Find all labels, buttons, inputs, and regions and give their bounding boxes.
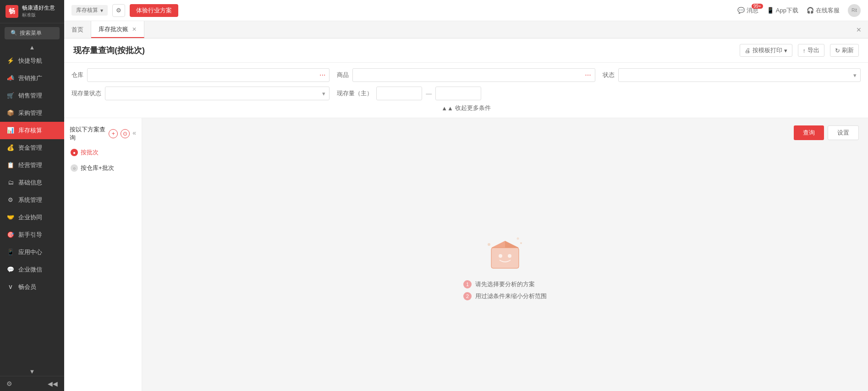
wechat-icon: 💬 (6, 266, 15, 274)
svg-point-4 (499, 254, 502, 258)
refresh-button[interactable]: ↻ 刷新 (830, 44, 859, 57)
sidebar-item-label: 销售管理 (18, 92, 42, 100)
left-panel-header: 按以下方案查询 + ⊙ « (64, 123, 142, 145)
add-scheme-button[interactable]: + (109, 129, 118, 138)
tip-num-2: 2 (463, 292, 472, 300)
scheme-settings-icon: ⊙ (123, 130, 127, 137)
tab-home[interactable]: 首页 (64, 21, 91, 38)
tabbar: 首页 库存批次账 ✕ ✕ (64, 21, 868, 38)
sidebar-item-management[interactable]: 📋 经营管理 (0, 157, 64, 174)
breadcrumb-arrow-icon: ▾ (100, 7, 103, 14)
page-content: 现存量查询(按批次) 🖨 按模板打印 ▾ ↑ 导出 ↻ 刷新 (64, 38, 868, 391)
scheme-settings-button[interactable]: ⊙ (121, 129, 130, 138)
sidebar: 畅 畅康通好生意 标准版 🔍 搜索菜单 ▲ ⚡ 快捷导航 📣 营销推广 🛒 销售… (0, 0, 64, 391)
inventory-status-select[interactable]: ▾ (105, 87, 330, 100)
topbar-settings-button[interactable]: ⚙ (112, 4, 125, 17)
svg-marker-1 (491, 241, 505, 248)
query-actions: 查询 设置 (794, 125, 859, 140)
svg-point-7 (520, 242, 522, 244)
column-settings-button[interactable]: 设置 (828, 125, 859, 140)
industry-solution-button[interactable]: 体验行业方案 (130, 4, 178, 17)
empty-tip-2: 2 用过滤条件来缩小分析范围 (463, 292, 547, 300)
tab-close-icon[interactable]: ✕ (132, 26, 137, 33)
sidebar-item-inventory[interactable]: 📊 库存核算 (0, 122, 64, 139)
settings-bottom-icon[interactable]: ⚙ (6, 380, 12, 387)
sidebar-item-label: 库存核算 (18, 126, 42, 135)
inventory-qty-to-input[interactable] (435, 87, 481, 100)
scheme-item-batch[interactable]: ● 按批次 (64, 145, 142, 160)
main-area: 库存核算 ▾ ⚙ 体验行业方案 💬 消息 99+ 📱 App下载 🎧 在线客服 (64, 0, 868, 391)
export-button[interactable]: ↑ 导出 (798, 44, 825, 57)
sidebar-item-basic-info[interactable]: 🗂 基础信息 (0, 174, 64, 191)
sidebar-item-label: 基础信息 (18, 179, 42, 187)
messages-badge: 99+ (752, 4, 763, 9)
user-avatar-button[interactable]: Rit (848, 4, 861, 17)
collapse-filter-button[interactable]: ▲▲ 收起更多条件 (441, 104, 491, 112)
sidebar-item-member[interactable]: V 畅会员 (0, 278, 64, 296)
search-menu-item[interactable]: 🔍 搜索菜单 (5, 27, 60, 39)
messages-chat-icon: 💬 (737, 7, 745, 14)
app-title-group: 畅康通好生意 标准版 (22, 5, 55, 18)
topbar-left: 库存核算 ▾ ⚙ 体验行业方案 (71, 4, 178, 17)
filter-row-1: 仓库 ··· 商品 ··· 状态 ▾ (71, 68, 861, 82)
status-filter-select[interactable]: ▾ (618, 68, 861, 82)
sidebar-scroll-up[interactable]: ▲ (0, 43, 64, 52)
sidebar-item-app-center[interactable]: 📱 应用中心 (0, 244, 64, 261)
sidebar-item-quick-nav[interactable]: ⚡ 快捷导航 (0, 52, 64, 70)
template-print-button[interactable]: 🖨 按模板打印 ▾ (740, 44, 792, 57)
app-subtitle: 标准版 (22, 12, 55, 18)
sidebar-item-wechat[interactable]: 💬 企业微信 (0, 261, 64, 278)
sidebar-item-label: 企业协同 (18, 213, 42, 222)
status-dropdown-arrow: ▾ (853, 72, 857, 79)
add-icon: + (112, 130, 115, 137)
app-download-label: App下载 (776, 6, 798, 15)
sidebar-item-sales[interactable]: 🛒 销售管理 (0, 87, 64, 104)
sidebar-item-marketing[interactable]: 📣 营销推广 (0, 70, 64, 87)
page-title: 现存量查询(按批次) (73, 45, 145, 56)
svg-point-8 (517, 238, 519, 240)
sidebar-nav: ⚡ 快捷导航 📣 营销推广 🛒 销售管理 📦 采购管理 📊 库存核算 💰 资金管… (0, 52, 64, 367)
inventory-qty-label: 现存量（主） (337, 89, 373, 98)
app-logo: 畅 (5, 5, 18, 18)
collapse-sidebar-icon[interactable]: ◀◀ (48, 380, 58, 387)
sidebar-item-system[interactable]: ⚙ 系统管理 (0, 191, 64, 209)
warehouse-filter-input[interactable]: ··· (87, 68, 330, 82)
dots-icon[interactable]: ··· (319, 71, 325, 79)
export-icon: ↑ (803, 47, 806, 54)
enterprise-icon: 🤝 (6, 213, 15, 222)
scheme-inactive-icon: ○ (71, 164, 78, 172)
qty-range-dash: — (426, 90, 432, 97)
basic-info-icon: 🗂 (6, 179, 15, 187)
empty-illustration (482, 227, 528, 273)
sidebar-item-label: 新手引导 (18, 231, 42, 239)
sidebar-item-newbie[interactable]: 🎯 新手引导 (0, 226, 64, 244)
sidebar-header: 畅 畅康通好生意 标准版 (0, 0, 64, 23)
product-filter-label: 商品 (337, 71, 349, 79)
product-filter-input[interactable]: ··· (352, 68, 595, 82)
inventory-qty-from-input[interactable] (376, 87, 422, 100)
sidebar-item-label: 采购管理 (18, 109, 42, 117)
sidebar-item-purchase[interactable]: 📦 采购管理 (0, 104, 64, 122)
data-area: 查询 设置 (142, 118, 868, 391)
close-all-tabs-button[interactable]: ✕ (850, 21, 868, 38)
page-header: 现存量查询(按批次) 🖨 按模板打印 ▾ ↑ 导出 ↻ 刷新 (64, 38, 868, 63)
messages-button[interactable]: 💬 消息 99+ (737, 6, 758, 15)
scheme-item-warehouse-batch[interactable]: ○ 按仓库+批次 (64, 160, 142, 176)
sidebar-item-label: 营销推广 (18, 74, 42, 82)
scheme-item-label: 按仓库+批次 (81, 164, 114, 172)
app-download-button[interactable]: 📱 App下载 (767, 6, 798, 15)
svg-point-6 (488, 243, 490, 246)
dots-icon[interactable]: ··· (585, 71, 591, 79)
status-filter-label: 状态 (603, 71, 615, 79)
query-button[interactable]: 查询 (794, 125, 824, 140)
sidebar-item-finance[interactable]: 💰 资金管理 (0, 139, 64, 157)
sidebar-scroll-down[interactable]: ▼ (0, 367, 64, 376)
svg-point-5 (508, 254, 511, 258)
breadcrumb[interactable]: 库存核算 ▾ (71, 5, 108, 16)
online-service-button[interactable]: 🎧 在线客服 (807, 6, 840, 15)
tab-inventory-batch[interactable]: 库存批次账 ✕ (91, 21, 144, 38)
sidebar-item-enterprise[interactable]: 🤝 企业协同 (0, 209, 64, 226)
phone-icon: 📱 (767, 7, 774, 14)
empty-tip-1: 1 请先选择要分析的方案 (463, 280, 547, 288)
collapse-panel-button[interactable]: « (132, 129, 136, 138)
